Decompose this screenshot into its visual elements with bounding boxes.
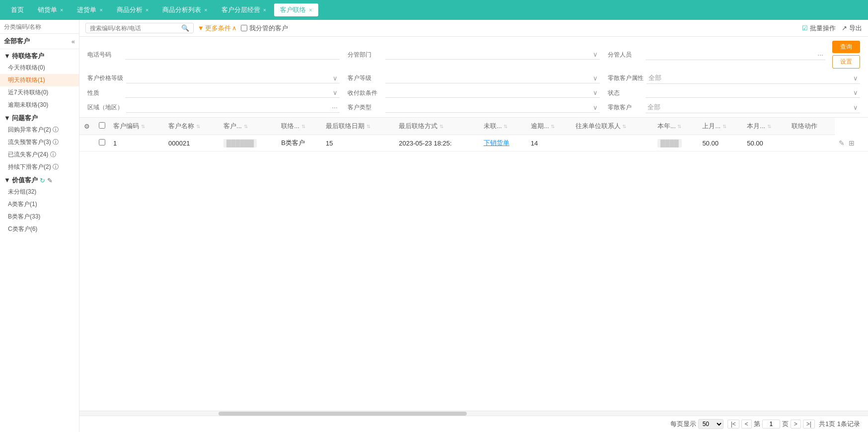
filter-row-payment: 收付款条件 ∨ [348,88,600,98]
status-select[interactable]: ∨ [646,88,860,98]
col-gear[interactable]: ⚙ [79,118,94,135]
filter-row-nature: 性质 ∨ [87,88,340,98]
search-wrap: 🔍 [85,23,194,33]
filter-row-status: 状态 ∨ [608,88,860,98]
col-last-month: 上月... ⇅ [698,118,743,135]
nav-product-analysis-list[interactable]: 商品分析列表 × [156,3,213,16]
grid-icon[interactable]: ⊞ [849,139,855,147]
value-level-select[interactable]: ∨ [126,73,340,83]
nav-customer-tier[interactable]: 客户分层经营 × [216,3,272,16]
row-code: 000021 [164,135,219,151]
row-select-checkbox[interactable] [99,139,105,145]
col-checkbox-all[interactable] [94,118,109,135]
col-action: 联络动作 [788,118,835,135]
checkbox-icon: ☑ [802,24,808,32]
query-button[interactable]: 查询 [832,41,860,53]
close-icon[interactable]: × [204,7,207,13]
col-this-year: 本年... ⇅ [653,118,698,135]
settings-button[interactable]: 设置 [832,55,860,69]
sidebar-item-churned[interactable]: 已流失客户(24) ⓘ [0,148,79,161]
row-name: ██████ [219,135,277,151]
export-btn[interactable]: ↗ 导出 [842,24,862,33]
nav-sales-order[interactable]: 销货单 × [32,3,69,16]
prev-page-btn[interactable]: < [741,420,752,429]
more-conditions-btn[interactable]: ▼ 更多条件 ∧ [198,24,237,33]
sidebar-item-class-a[interactable]: A类客户(1) [0,198,79,211]
row-contact-count: 15 [322,135,395,151]
my-customers-checkbox[interactable]: 我分管的客户 [241,24,288,33]
region-select[interactable]: ··· [126,102,340,113]
sidebar-item-abnormal[interactable]: 回购异常客户(2) ⓘ [0,124,79,136]
customer-level-select[interactable]: ∨ [385,73,600,83]
table-row: 1 000021 ██████ B类客户 15 2023-05-23 18:25… [79,135,868,151]
my-customers-check[interactable] [241,25,247,31]
edit-contact-icon[interactable]: ✎ [839,139,845,147]
phone-input[interactable] [125,50,340,60]
sidebar-item-7days[interactable]: 近7天待联络(0) [0,86,79,99]
search-icon[interactable]: 🔍 [181,24,189,32]
retail-attr-select[interactable]: 全部∨ [647,72,860,84]
collapse-icon[interactable]: « [72,38,75,45]
col-this-month: 本月... ⇅ [743,118,788,135]
nav-product-analysis[interactable]: 商品分析 × [111,3,154,16]
filter-bar-right: ☑ 批量操作 ↗ 导出 [802,24,862,33]
col-contact-count: 联络... ⇅ [277,118,322,135]
main-search-input[interactable] [90,25,179,32]
customer-type-select[interactable]: ∨ [385,103,600,113]
sidebar-item-ungrouped[interactable]: 未分组(32) [0,186,79,198]
close-icon[interactable]: × [263,7,266,13]
group-label-problem: ▼ 问题客户 [0,111,79,124]
page-number-input[interactable] [762,420,780,429]
sidebar-search-input[interactable] [4,23,78,30]
nav-customer-contact[interactable]: 客户联络 × [274,3,318,16]
close-icon[interactable]: × [145,7,148,13]
filter-row-customer-level: 客户等级 ∨ [348,72,600,84]
filter-icon: ▼ [198,24,204,32]
sidebar-item-declining[interactable]: 持续下滑客户(2) ⓘ [0,161,79,173]
retail-customer-select[interactable]: 全部∨ [646,102,860,113]
payment-select[interactable]: ∨ [385,88,600,98]
horizontal-scrollbar[interactable] [79,411,868,416]
sidebar-item-class-c[interactable]: C类客户(6) [0,223,79,235]
scrollbar-thumb[interactable] [218,412,467,416]
per-page-select[interactable]: 50 100 200 [698,419,723,429]
main-layout: 🔍 全部客户 « ▼ 待联络客户 今天待联络(0) 明天待联络(1) 近7天待联… [0,20,868,432]
sidebar-item-tomorrow[interactable]: 明天待联络(1) [0,74,79,86]
filter-row-phone: 电话号码 [87,41,340,69]
row-checkbox[interactable] [94,135,109,151]
first-page-btn[interactable]: |< [727,420,739,429]
batch-op-btn[interactable]: ☑ 批量操作 [802,24,836,33]
sidebar-item-class-b[interactable]: B类客户(33) [0,211,79,223]
row-last-month: 50.00 [743,135,788,151]
all-customers-header[interactable]: 全部客户 « [0,34,79,49]
manager-select[interactable]: ··· [646,50,825,60]
close-icon[interactable]: × [309,7,312,13]
nature-select[interactable]: ∨ [125,88,340,98]
sidebar-item-today[interactable]: 今天待联络(0) [0,62,79,74]
advanced-filter: 电话号码 分管部门 ∨ 分管人员 ··· 查询 设置 [79,37,868,118]
sidebar-item-overdue[interactable]: 逾期未联络(30) [0,99,79,111]
last-page-btn[interactable]: >| [803,420,815,429]
select-all-checkbox[interactable] [99,122,105,129]
filter-row-manager: 分管人员 ··· 查询 设置 [608,41,860,69]
nav-home[interactable]: 首页 [5,3,30,16]
row-index: 1 [109,135,164,151]
next-page-btn[interactable]: > [791,420,801,429]
refresh-icon[interactable]: ↻ [40,177,45,184]
row-this-year: 50.00 [698,135,743,151]
table-footer: 每页显示 50 100 200 |< < 第 页 > >| 共1页 1条记录 [79,416,868,432]
row-last-method[interactable]: 下销货单 [480,135,527,151]
sidebar-item-churn-warning[interactable]: 流失预警客户(3) ⓘ [0,136,79,148]
row-type: B类客户 [277,135,322,151]
close-icon[interactable]: × [99,7,102,13]
close-icon[interactable]: × [60,7,63,13]
dept-select[interactable]: ∨ [385,50,600,60]
content-area: 🔍 ▼ 更多条件 ∧ 我分管的客户 ☑ 批量操作 ↗ 导出 [79,20,868,432]
export-icon: ↗ [842,24,847,32]
total-records: 共1页 1条记录 [819,420,860,429]
row-last-date: 2023-05-23 18:25: [395,135,480,151]
filter-row-customer-type: 客户类型 ∨ [348,102,600,113]
col-name: 客户名称 ⇅ [164,118,219,135]
edit-icon[interactable]: ✎ [47,177,53,184]
nav-purchase-order[interactable]: 进货单 × [71,3,108,16]
